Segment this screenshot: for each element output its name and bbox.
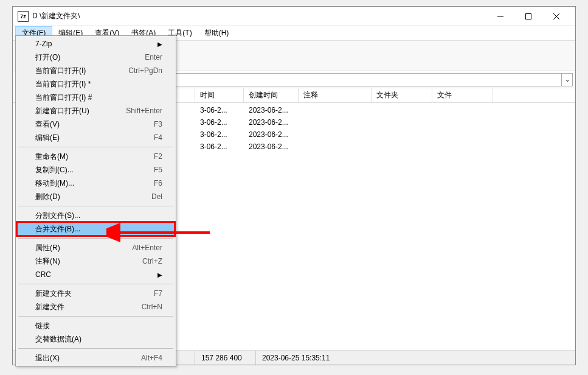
menu-separator bbox=[18, 348, 173, 349]
menu-item-label: 退出(X) bbox=[35, 353, 141, 363]
close-button[interactable] bbox=[542, 7, 570, 26]
menu-item-当前窗口打开(I) #[interactable]: 当前窗口打开(I) # bbox=[17, 91, 175, 104]
cell-ctime: 2023-06-2... bbox=[244, 142, 299, 151]
menu-separator bbox=[18, 316, 173, 317]
menu-item-label: 打开(O) bbox=[35, 52, 145, 63]
submenu-arrow-icon: ▶ bbox=[157, 41, 162, 47]
menu-item-复制到(C)...[interactable]: 复制到(C)...F5 bbox=[17, 163, 175, 177]
cell-mtime: 3-06-2... bbox=[195, 142, 244, 151]
window-controls bbox=[486, 7, 570, 26]
menu-item-accelerator: F3 bbox=[154, 120, 162, 128]
menu-item-label: 移动到(M)... bbox=[35, 178, 154, 189]
menu-item-accelerator: F7 bbox=[154, 289, 162, 298]
address-dropdown-button[interactable]: ⌄ bbox=[562, 73, 573, 86]
menu-item-链接[interactable]: 链接 bbox=[17, 319, 175, 332]
menu-item-删除(D)[interactable]: 删除(D)Del bbox=[17, 190, 175, 203]
svg-rect-1 bbox=[526, 13, 531, 19]
menu-separator bbox=[18, 284, 173, 284]
menu-item-accelerator: Del bbox=[151, 192, 162, 201]
menu-item-label: 交替数据流(A) bbox=[35, 334, 162, 345]
column-header-文件夹[interactable]: 文件夹 bbox=[372, 88, 432, 102]
cell-ctime: 2023-06-2... bbox=[244, 118, 299, 127]
menu-item-accelerator: F2 bbox=[154, 152, 162, 161]
menu-item-label: 链接 bbox=[35, 321, 162, 331]
menu-item-label: 编辑(E) bbox=[35, 133, 154, 143]
menu-item-7-Zip[interactable]: 7-Zip▶ bbox=[17, 37, 175, 51]
menu-item-accelerator: Ctrl+PgDn bbox=[128, 66, 162, 75]
window-title: D \新建文件夹\ bbox=[32, 11, 486, 21]
menu-item-label: 当前窗口打开(I) * bbox=[35, 79, 162, 89]
menu-item-accelerator: Alt+Enter bbox=[132, 244, 162, 252]
column-header-文件[interactable]: 文件 bbox=[432, 88, 493, 102]
titlebar: 7z D \新建文件夹\ bbox=[13, 7, 575, 26]
menu-item-编辑(E)[interactable]: 编辑(E)F4 bbox=[17, 131, 175, 144]
menu-item-label: 新建文件夹 bbox=[35, 289, 154, 299]
menu-item-新建文件夹[interactable]: 新建文件夹F7 bbox=[17, 287, 175, 300]
cell-mtime: 3-06-2... bbox=[195, 118, 244, 127]
menu-item-新建窗口打开(U)[interactable]: 新建窗口打开(U)Shift+Enter bbox=[17, 104, 175, 117]
minimize-icon bbox=[497, 13, 503, 19]
menu-item-label: 注释(N) bbox=[35, 256, 142, 267]
menu-item-label: 当前窗口打开(I) bbox=[35, 66, 128, 76]
menu-item-label: 合并文件(B)... bbox=[35, 224, 162, 234]
menu-item-交替数据流(A)[interactable]: 交替数据流(A) bbox=[17, 332, 175, 346]
menu-item-accelerator: F5 bbox=[154, 166, 162, 174]
menu-item-label: 新建文件 bbox=[35, 302, 142, 312]
menu-item-合并文件(B)...[interactable]: 合并文件(B)... bbox=[17, 222, 175, 236]
chevron-down-icon: ⌄ bbox=[565, 76, 570, 83]
menu-item-当前窗口打开(I) *[interactable]: 当前窗口打开(I) * bbox=[17, 77, 175, 91]
menu-separator bbox=[18, 206, 173, 206]
file-menu-dropdown: 7-Zip▶打开(O)Enter当前窗口打开(I)Ctrl+PgDn当前窗口打开… bbox=[15, 35, 176, 366]
menu-item-打开(O)[interactable]: 打开(O)Enter bbox=[17, 51, 175, 64]
app-icon: 7z bbox=[18, 11, 29, 22]
menu-item-查看(V)[interactable]: 查看(V)F3 bbox=[17, 117, 175, 131]
column-header-时间[interactable]: 时间 bbox=[195, 88, 244, 102]
menu-item-label: 复制到(C)... bbox=[35, 165, 154, 175]
menu-item-label: 7-Zip bbox=[35, 40, 157, 48]
menu-item-label: 当前窗口打开(I) # bbox=[35, 93, 162, 103]
menu-item-退出(X)[interactable]: 退出(X)Alt+F4 bbox=[17, 351, 175, 365]
menu-item-label: 属性(R) bbox=[35, 243, 132, 253]
menu-item-label: 分割文件(S)... bbox=[35, 211, 162, 221]
menu-item-分割文件(S)...[interactable]: 分割文件(S)... bbox=[17, 209, 175, 222]
menu-item-移动到(M)...[interactable]: 移动到(M)...F6 bbox=[17, 177, 175, 190]
menu-item-accelerator: F4 bbox=[154, 133, 162, 142]
maximize-icon bbox=[525, 13, 531, 19]
submenu-arrow-icon: ▶ bbox=[157, 272, 162, 278]
column-header-注释[interactable]: 注释 bbox=[299, 88, 372, 102]
menu-item-属性(R)[interactable]: 属性(R)Alt+Enter bbox=[17, 241, 175, 254]
menu-separator bbox=[18, 147, 173, 147]
menu-item-accelerator: Ctrl+Z bbox=[142, 257, 162, 265]
menu-item-CRC[interactable]: CRC▶ bbox=[17, 268, 175, 281]
menu-item-accelerator: Shift+Enter bbox=[126, 107, 162, 115]
minimize-button[interactable] bbox=[486, 7, 514, 26]
menu-item-label: 新建窗口打开(U) bbox=[35, 106, 126, 116]
menu-item-accelerator: F6 bbox=[154, 179, 162, 188]
menu-item-accelerator: Enter bbox=[145, 53, 162, 61]
menu-item-accelerator: Alt+F4 bbox=[141, 354, 162, 362]
menu-item-label: 查看(V) bbox=[35, 119, 154, 130]
cell-ctime: 2023-06-2... bbox=[244, 106, 299, 114]
menu-帮助(H)[interactable]: 帮助(H) bbox=[198, 26, 235, 40]
menu-item-重命名(M)[interactable]: 重命名(M)F2 bbox=[17, 150, 175, 163]
menu-item-label: CRC bbox=[35, 270, 157, 279]
menu-separator bbox=[18, 238, 173, 239]
close-icon bbox=[553, 13, 559, 19]
menu-item-label: 删除(D) bbox=[35, 192, 151, 202]
cell-mtime: 3-06-2... bbox=[195, 130, 244, 139]
menu-item-当前窗口打开(I)[interactable]: 当前窗口打开(I)Ctrl+PgDn bbox=[17, 64, 175, 77]
maximize-button[interactable] bbox=[514, 7, 542, 26]
menu-item-accelerator: Ctrl+N bbox=[142, 303, 162, 311]
menu-item-label: 重命名(M) bbox=[35, 152, 154, 162]
status-cell-2: 157 286 400 bbox=[195, 351, 256, 365]
menu-item-注释(N)[interactable]: 注释(N)Ctrl+Z bbox=[17, 254, 175, 268]
cell-ctime: 2023-06-2... bbox=[244, 130, 299, 139]
status-cell-3: 2023-06-25 15:35:11 bbox=[256, 351, 575, 365]
menu-item-新建文件[interactable]: 新建文件Ctrl+N bbox=[17, 300, 175, 314]
column-header-创建时间[interactable]: 创建时间 bbox=[244, 88, 299, 102]
cell-mtime: 3-06-2... bbox=[195, 106, 244, 114]
